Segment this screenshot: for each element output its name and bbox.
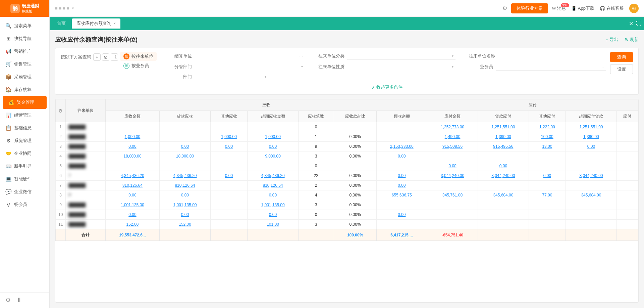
collapse-icon[interactable]: ⏸	[16, 297, 22, 304]
sidebar-item-hardware[interactable]: 💻智能硬件	[0, 173, 49, 185]
partner-category-select[interactable]: ▾	[347, 53, 455, 59]
col-settings[interactable]: ⚙	[56, 99, 66, 122]
filter-field-salesman: 业务员 ···	[469, 63, 606, 71]
settlement-input[interactable]: ···	[195, 52, 305, 60]
refresh-button[interactable]: ↻ 刷新	[625, 37, 639, 43]
inventory-icon: 🏠	[5, 87, 11, 93]
sidebar-item-label: 新手引导	[14, 163, 32, 169]
sidebar-item-base[interactable]: 📋基础信息	[0, 122, 49, 134]
sidebar-item-label: 系统管理	[14, 138, 32, 144]
footer-ar-advance[interactable]: 6,417,215....	[376, 229, 427, 241]
table-row: 5 ██████ 0 0.00 0.00	[56, 161, 638, 171]
filter-field-settlement: 结算单位 ···	[168, 52, 305, 60]
query-button[interactable]: 查询	[610, 52, 633, 62]
filter-row-3: 部门 ▾	[168, 74, 606, 80]
sidebar-item-guide[interactable]: 📖新手引导	[0, 160, 49, 173]
table-subheader: 应收金额 贷款应收 其他应收 超期应收金额 应收笔数 应收款占比 预收余额 应付…	[56, 111, 638, 122]
page-header: 应收应付余额查询(按往来单位) ↑ 导出 ↻ 刷新	[55, 36, 639, 44]
sidebar-item-system[interactable]: ⚙系统管理	[0, 134, 49, 147]
data-table: ⚙ 往来单位 应收 应付 应收金额 贷款应收 其他应收 超期应收金额 应收笔数 …	[55, 99, 638, 241]
filter-row-2: 分管部门 ▾ 往来单位性质	[168, 63, 606, 71]
filter-field-dept: 分管部门 ▾	[168, 63, 305, 70]
sidebar-item-marketing[interactable]: 📢营销推广	[0, 45, 49, 58]
sidebar-item-label: 采购管理	[14, 74, 32, 80]
edit-scheme-button[interactable]: ⊙	[102, 53, 109, 61]
finance-icon: 💰	[8, 99, 14, 105]
scheme-actions: + ⊙ 《	[93, 52, 118, 61]
scheme-salesman-icon: 按	[123, 63, 129, 69]
sidebar-item-label: 快捷导航	[14, 36, 32, 42]
partner-name-input[interactable]	[498, 52, 606, 60]
export-button[interactable]: ↑ 导出	[606, 37, 619, 43]
system-icon: ⚙	[5, 138, 11, 144]
filter-scheme-label: 按以下方案查询	[61, 52, 91, 60]
tab-home[interactable]: 首页	[52, 18, 70, 29]
sidebar-item-label: 畅会员	[14, 202, 27, 208]
col-ap-amount: 应付金额	[427, 111, 478, 122]
filter-field-department: 部门 ▾	[168, 74, 268, 80]
sidebar-item-finance[interactable]: 💰资金管理	[3, 96, 47, 109]
sidebar-item-label: 基础信息	[14, 125, 32, 131]
add-scheme-button[interactable]: +	[93, 53, 101, 61]
sidebar-footer: ⚙ ⏸	[0, 292, 49, 308]
tab-expand-icon[interactable]: ⛶	[636, 20, 641, 27]
table-footer-row: 合计 19,553,472,6... 100.00% 6,417,215....…	[56, 229, 638, 241]
salesman-input[interactable]: ···	[496, 63, 606, 71]
sidebar-item-inventory[interactable]: 🏠库存核算	[0, 83, 49, 96]
sidebar-item-quick[interactable]: ⊞快捷导航	[0, 32, 49, 45]
col-ar-amount: 应收金额	[105, 111, 160, 122]
tabbar: 首页 应收应付余额查询 × ✕ ⛶	[50, 17, 644, 30]
member-icon: V	[5, 202, 11, 208]
col-ap-overdue: 超期应付贷款	[566, 111, 616, 122]
footer-ap-total: -654,751.40	[427, 229, 478, 241]
table-row: 10 ██████ 0.00 0.00 0.00 0 0.00% 0.00	[56, 210, 638, 220]
sidebar: 畅 畅捷通财 标准版 🔍搜索菜单⊞快捷导航📢营销推广🛒销售管理📦采购管理🏠库存核…	[0, 0, 50, 308]
tab-query[interactable]: 应收应付余额查询 ×	[72, 18, 120, 29]
col-ar-loan: 贷款应收	[160, 111, 210, 122]
col-group-payable: 应付	[427, 99, 638, 111]
customer-service-button[interactable]: 🎧 在线客服	[600, 5, 624, 11]
tab-close-window-icon[interactable]: ✕	[629, 20, 633, 27]
table-row: 2 ██████ 1,000.00 1,000.00 1,000.00 1 0.…	[56, 132, 638, 142]
tabbar-actions: ✕ ⛶	[629, 20, 641, 27]
hardware-icon: 💻	[5, 176, 11, 182]
sidebar-item-wechat[interactable]: 💬企业微信	[0, 185, 49, 198]
set-button[interactable]: 设置	[610, 64, 633, 74]
scheme-item-partner[interactable]: 按 按往来单位	[120, 52, 157, 61]
scheme-item-salesman[interactable]: 按 按业务员	[120, 61, 157, 70]
filter-row-1: 结算单位 ··· 往来单位分类	[168, 52, 606, 60]
footer-ar-total[interactable]: 19,553,472,6...	[105, 229, 160, 241]
sidebar-item-label: 企业微信	[14, 189, 32, 195]
col-group-receivable: 应收	[105, 99, 427, 111]
page-title: 应收应付余额查询(按往来单位)	[55, 36, 138, 44]
sidebar-item-operation[interactable]: 📊经营管理	[0, 109, 49, 122]
col-partner: 往来单位	[66, 99, 105, 122]
sidebar-item-purchase[interactable]: 📦采购管理	[0, 71, 49, 83]
filter-area: 按以下方案查询 + ⊙ 《 按 按往来单位 按 按业务员	[55, 48, 639, 95]
sidebar-nav: 🔍搜索菜单⊞快捷导航📢营销推广🛒销售管理📦采购管理🏠库存核算💰资金管理📊经营管理…	[0, 17, 49, 292]
user-avatar[interactable]: Rit	[629, 4, 639, 13]
guide-icon: 📖	[5, 163, 11, 169]
arrow-scheme-button[interactable]: 《	[111, 53, 118, 61]
sidebar-item-label: 搜索菜单	[14, 23, 32, 29]
app-download-button[interactable]: 📱 App下载	[571, 5, 594, 11]
promo-button[interactable]: 体验行业方案	[511, 3, 548, 13]
sidebar-item-search[interactable]: 🔍搜索菜单	[0, 19, 49, 32]
sidebar-item-sales[interactable]: 🛒销售管理	[0, 58, 49, 71]
sidebar-item-member[interactable]: V畅会员	[0, 198, 49, 211]
message-button[interactable]: ✉ 消息 99+	[552, 5, 566, 11]
department-select[interactable]: ▾	[195, 74, 268, 80]
operation-icon: 📊	[5, 112, 11, 118]
filter-collapse[interactable]: ∧ 收起更多条件	[168, 83, 606, 90]
sidebar-item-label: 智能硬件	[14, 176, 32, 182]
settings-icon[interactable]: ⚙	[5, 297, 11, 304]
sales-icon: 🛒	[5, 61, 11, 67]
dept-select[interactable]: ▾	[195, 63, 305, 70]
tab-close-icon[interactable]: ×	[113, 21, 116, 26]
partner-nature-select[interactable]: ▾	[347, 63, 455, 70]
table-row: 9 ██████ 1,001,135.00 1,001,135.00 1,001…	[56, 200, 638, 210]
sidebar-logo: 畅 畅捷通财 标准版	[0, 0, 49, 17]
topbar-gear-icon[interactable]: ⚙	[502, 5, 507, 11]
sidebar-item-corp[interactable]: 🤝企业协同	[0, 147, 49, 160]
footer-ar-ratio[interactable]: 100.00%	[334, 229, 376, 241]
